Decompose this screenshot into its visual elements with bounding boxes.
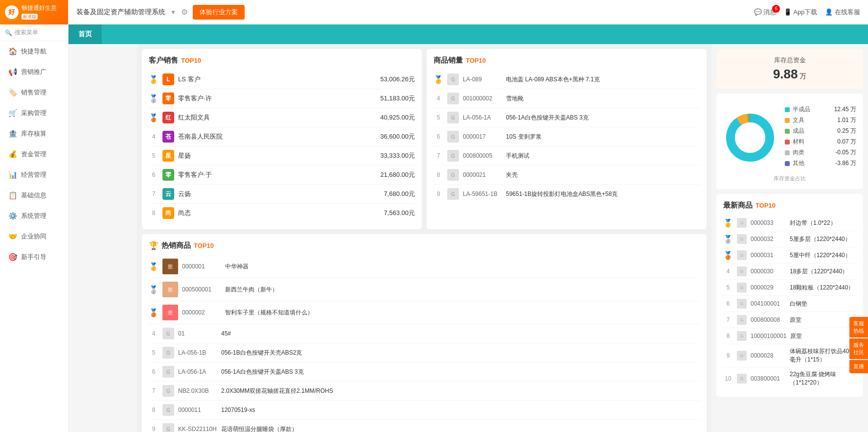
sidebar-label-1: 营销推广 — [21, 68, 46, 76]
donut-label: 库存资金占比 — [723, 175, 856, 182]
tab-home[interactable]: 首页 — [69, 24, 102, 44]
legend-item-5: 其他 -3.86 万 — [785, 159, 856, 168]
latest-name-6: 白钢垫 — [790, 300, 856, 308]
legend-dot-0 — [785, 107, 790, 112]
latest-row-7: 7 G 000800008 原堂 — [723, 312, 856, 328]
hot-rank-5: 5 — [149, 349, 159, 356]
product-sales-top10-card: 商品销量 TOP10 🥇 G LA-089 电池盖 LA-089 ABS本色+黑… — [427, 49, 707, 229]
prod-thumb-4: G — [447, 131, 459, 143]
customer-name-4: 苍南县人民医院 — [178, 132, 376, 141]
product-rank-list: 🥇 G LA-089 电池盖 LA-089 ABS本色+黑种 7.1克 4 G … — [434, 70, 700, 203]
sidebar-label-2: 销售管理 — [21, 88, 46, 97]
float-btn-community[interactable]: 服务社区 — [849, 338, 868, 359]
svg-point-11 — [735, 122, 765, 153]
sidebar-item-basics[interactable]: 📋 基础信息 — [0, 185, 68, 206]
latest-thumb-6: G — [737, 299, 747, 309]
sidebar-label-8: 系统管理 — [21, 212, 46, 220]
sidebar-item-quick-nav[interactable]: 🏠 快捷导航 — [0, 41, 68, 62]
hot-img-7: G — [162, 385, 174, 397]
latest-name-3: 5厘中纤（1220*2440） — [790, 251, 856, 260]
customer-badge-2: 零 — [162, 93, 174, 104]
sidebar-item-purchase[interactable]: 🛒 采购管理 — [0, 103, 68, 123]
legend-name-5: 其他 — [793, 159, 832, 168]
sidebar-item-finance[interactable]: 💰 资金管理 — [0, 144, 68, 165]
customer-rank-row-8: 8 尚 尚态 7,563.00元 — [149, 204, 415, 222]
rank-num-6: 6 — [149, 171, 159, 178]
latest-code-8: 10000100001 — [751, 333, 786, 339]
latest-medal-1: 🥇 — [723, 218, 733, 228]
latest-medal-3: 🥉 — [723, 251, 733, 260]
customer-rank-row-7: 7 云 云扬 7,680.00元 — [149, 185, 415, 204]
latest-num-4: 4 — [723, 268, 733, 275]
message-badge[interactable]: 💬 消息 6 — [754, 8, 777, 17]
logo-badge: 标准版 — [22, 14, 38, 20]
customer-badge-6: 零 — [162, 169, 174, 181]
customer-name-6: 零售客户·于 — [178, 170, 376, 179]
svg-text:图: 图 — [168, 287, 173, 292]
hot-name-6: 056-1A白色按键开关盖ABS 3克 — [221, 368, 700, 376]
sidebar-item-guide[interactable]: 🎯 新手引导 — [0, 247, 68, 267]
sidebar-item-sales[interactable]: 🏷️ 销售管理 — [0, 82, 68, 103]
latest-products-card: 最新商品 TOP10 🥇 G 0000033 封边带（1.0*22） 🥈 G 0… — [716, 194, 863, 397]
sidebar-item-marketing[interactable]: 📢 营销推广 — [0, 62, 68, 82]
latest-num-8: 8 — [723, 333, 733, 339]
sidebar-logo: 好 畅捷通好生意 标准版 — [0, 0, 68, 24]
prod-thumb-1: G — [447, 73, 459, 85]
float-btn-service[interactable]: 客服热线 — [849, 317, 868, 337]
inventory-total-number: 9.88 — [773, 67, 798, 81]
hot-medal-1: 🥇 — [149, 262, 159, 271]
legend-name-0: 半成品 — [793, 105, 831, 114]
legend-name-3: 材料 — [793, 138, 834, 146]
sidebar-item-collab[interactable]: 🤝 企业协同 — [0, 226, 68, 247]
settings-icon[interactable]: ⚙ — [181, 7, 188, 17]
latest-medal-2: 🥈 — [723, 235, 733, 244]
hot-rank-9: 9 — [149, 426, 159, 432]
hot-code-2: 000500001 — [182, 286, 221, 293]
hot-code-7: NB2.0X30B — [178, 387, 217, 394]
legend-name-1: 文具 — [793, 116, 834, 124]
customer-value-2: 51,183.00元 — [380, 94, 415, 103]
hot-code-4: 01 — [178, 330, 217, 337]
customer-value-3: 40,925.00元 — [380, 113, 415, 122]
float-btn-live[interactable]: 直播 — [849, 360, 868, 373]
app-download[interactable]: 📱 App下载 — [784, 8, 817, 17]
hot-img-9: G — [162, 423, 174, 432]
latest-thumb-7: G — [737, 315, 747, 325]
latest-thumb-9: G — [737, 351, 747, 360]
online-service[interactable]: 👤 在线客服 — [825, 8, 860, 17]
sidebar-label-10: 新手引导 — [21, 253, 46, 262]
trial-button[interactable]: 体验行业方案 — [193, 5, 245, 20]
latest-thumb-4: G — [737, 266, 747, 276]
latest-title: 最新商品 — [723, 201, 753, 210]
medal-gold-1: 🥇 — [149, 75, 159, 84]
hot-products-list: 🥇 图 0000001 中华神器 🥈 图 000500001 新西兰牛肉 — [149, 255, 700, 432]
sidebar-icon-quick: 🏠 — [8, 47, 17, 56]
dropdown-arrow-icon[interactable]: ▼ — [170, 9, 176, 16]
hot-img-6: G — [162, 366, 174, 378]
hot-name-7: 2.0X30MM双搓花轴搓花直径2.1MM/ROHS — [221, 387, 700, 395]
legend-dot-5 — [785, 161, 790, 166]
float-buttons: 客服热线 服务社区 直播 — [849, 317, 868, 373]
product-sales-title: 商品销量 — [434, 56, 463, 65]
topbar: 装备及固定资产辅助管理系统 ▼ ⚙ 体验行业方案 💬 消息 6 📱 App下载 … — [69, 0, 868, 24]
search-icon: 🔍 — [5, 29, 12, 36]
message-icon: 💬 — [754, 8, 762, 16]
customer-top10-title-text: 客户销售 — [149, 56, 178, 65]
rank-num-7: 7 — [149, 191, 159, 197]
hot-products-subtitle: TOP10 — [194, 242, 214, 249]
customer-value-8: 7,563.00元 — [384, 209, 415, 217]
hot-code-6: LA-056-1A — [178, 368, 217, 375]
hot-img-3: 图 — [162, 305, 178, 320]
sidebar-search[interactable]: 🔍 搜索菜单 — [0, 24, 68, 41]
sidebar-item-system[interactable]: ⚙️ 系统管理 — [0, 206, 68, 226]
sidebar-item-inventory[interactable]: 🏦 库存核算 — [0, 123, 68, 144]
sidebar-icon-collab: 🤝 — [8, 232, 17, 241]
customer-value-6: 21,680.00元 — [380, 170, 415, 179]
hot-code-9: KK-SD22110H — [178, 426, 217, 432]
sidebar-item-operations[interactable]: 📊 经营管理 — [0, 165, 68, 185]
latest-name-5: 18颗粒板（1220*2440） — [790, 284, 856, 292]
prod-name-6: 夹壳 — [506, 171, 700, 179]
legend-value-1: 1.01 万 — [837, 116, 856, 124]
product-sales-header: 商品销量 TOP10 — [434, 56, 700, 65]
customer-rank-row-6: 6 零 零售客户·于 21,680.00元 — [149, 166, 415, 185]
